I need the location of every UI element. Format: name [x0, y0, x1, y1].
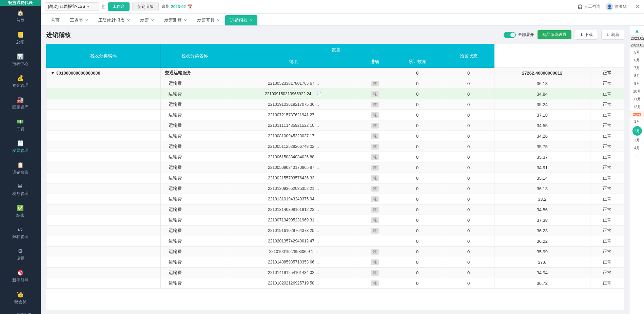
- th-qty-group: 数量: [229, 44, 443, 56]
- tab-salary-stats[interactable]: 工资统计报表 ✕: [94, 15, 135, 25]
- table-row[interactable]: 运输费 221011111435921522 10 ... 吨 0 0 34.5…: [46, 120, 624, 131]
- switch-version-button[interactable]: 切到旧版: [132, 2, 159, 11]
- td-name: 运输费: [160, 204, 229, 215]
- workbench-button[interactable]: 工作台: [108, 2, 130, 11]
- customer-service[interactable]: 🎧 人工咨询: [578, 4, 600, 9]
- table-row[interactable]: 运输费 221014085935710353 66 ... 吨 0 0 37.6…: [46, 257, 624, 268]
- table-row[interactable]: 运输费 221007215737621941 27 ... 吨 0 0 37.1…: [46, 110, 624, 120]
- td-tag: 吨: [358, 204, 392, 215]
- table-row[interactable]: 运输费 221019103619217075 36 ... 吨 0 0 35.2…: [46, 99, 624, 110]
- copy-icon[interactable]: ⎘: [102, 4, 105, 10]
- sidebar-item-archive[interactable]: 🗂 归档管理: [0, 222, 41, 244]
- table-row[interactable]: 运输费 221013093652085352 21 ... 吨 0 0 36.1…: [46, 183, 624, 194]
- td-name: 运输费: [160, 257, 229, 268]
- tab-close-invoice[interactable]: ✕: [151, 18, 154, 23]
- invoice-icon: 🧾: [17, 140, 24, 146]
- table-row[interactable]: 运输费 221007134905231969 31 ... 吨 0 0 37.3…: [46, 215, 624, 225]
- table-row[interactable]: 运输费 221002155703576436 33 ... 吨 0 0 35.1…: [46, 173, 624, 183]
- sidebar-item-invoice-mgmt[interactable]: 🧾 发票管理: [0, 136, 41, 158]
- table-row[interactable]: 运输费 221009150313965922 24 ... 📄 吨 0 0 34…: [46, 89, 624, 99]
- panel-year-2023[interactable]: 2023: [630, 111, 644, 117]
- tab-invoice-calc[interactable]: 发票测算 ✕: [159, 15, 192, 25]
- panel-month-4[interactable]: 4月: [630, 144, 644, 152]
- calendar-icon[interactable]: 📅: [187, 4, 192, 9]
- expand-toggle-label[interactable]: 全部展开: [504, 32, 534, 38]
- table-row[interactable]: 运输费 221013140308161912 23 ... 吨 0 0 34.5…: [46, 204, 624, 215]
- panel-month-6[interactable]: 6月: [630, 57, 644, 64]
- table-row[interactable]: 运输费 221013101943240375 94 ... 吨 0 0 33.2…: [46, 194, 624, 204]
- table-row[interactable]: 运输费 221014191254101434 02 ... 吨 0 0 34.9…: [46, 268, 624, 278]
- table-row[interactable]: 运输费 221019161029764373 25 ... 吨 0 0 36.2…: [46, 225, 624, 236]
- download-button[interactable]: ⬇ 下载: [575, 30, 598, 40]
- sidebar-item-home[interactable]: 🏠 首页: [0, 6, 41, 27]
- td-name: 运输费: [160, 162, 229, 173]
- table-row[interactable]: 运输费 221008100945323037 17 ... 吨 0 0 34.2…: [46, 131, 624, 141]
- period-display: 账期 2023-02 📅: [161, 4, 192, 9]
- panel-month-10[interactable]: 10月: [630, 88, 644, 95]
- sidebar-item-purchase-sale[interactable]: 📋 进销台账: [0, 158, 41, 179]
- tab-close-salary[interactable]: ✕: [85, 18, 88, 23]
- td-tag: 吨: [358, 110, 392, 120]
- panel-month-9[interactable]: 9月: [630, 80, 644, 87]
- td-cumulative: 34.94: [494, 268, 590, 278]
- tab-invoice[interactable]: 发票 ✕: [135, 15, 159, 25]
- tab-home[interactable]: 首页: [46, 15, 64, 25]
- tab-reconcile[interactable]: 进销稽核 ✕: [225, 15, 257, 25]
- sidebar-item-guide[interactable]: 🎯 新手引导: [0, 266, 41, 287]
- sidebar-unpin[interactable]: ◀◀ 取消固定: [0, 309, 41, 314]
- table-row[interactable]: 运输费 221018202126925719 58 ... 吨 0 0 36.7…: [46, 278, 624, 289]
- expand-toggle[interactable]: [504, 32, 516, 38]
- salary-icon: 💵: [17, 118, 24, 125]
- td-purchase: 0: [443, 110, 494, 120]
- td-code2: 221005233817801765 67 ...: [229, 78, 358, 89]
- company-selector[interactable]: (勿动) 江西报宝-LSS ▼: [45, 2, 99, 11]
- td-sale: 0: [392, 257, 443, 268]
- td-sale: 0: [392, 99, 443, 110]
- content: 进销稽核 全部展开 商品编码设置 ⬇ 下载 ↻ 刷新: [41, 26, 644, 314]
- table-row[interactable]: 运输费 221020135742940012 47 ... 0 0 36.22 …: [46, 236, 624, 247]
- table-row[interactable]: 运输费 221005090343170865 87 ... 吨 0 0 34.9…: [46, 162, 624, 173]
- sidebar-item-salary[interactable]: 💵 工资: [0, 114, 41, 136]
- panel-month-12[interactable]: 12月: [630, 103, 644, 111]
- app-logo: 畅捷通易代账: [0, 0, 41, 6]
- sidebar-item-settings[interactable]: ⚙ 设置: [0, 244, 41, 266]
- tab-close-reconcile[interactable]: ✕: [250, 18, 253, 23]
- panel-month-3[interactable]: 3月: [630, 137, 644, 144]
- sidebar-item-reports[interactable]: 📊 报表中心: [0, 49, 41, 71]
- table-row[interactable]: ▼ 301000000000000000 交通运输服务 0 0 27262.40…: [46, 68, 624, 78]
- panel-up-arrow[interactable]: ▲: [634, 27, 641, 35]
- ledger-icon: 📒: [17, 32, 24, 38]
- panel-month-8[interactable]: 8月: [630, 72, 644, 79]
- td-cumulative: 34.26: [494, 131, 590, 141]
- user-menu[interactable]: 👤 徐澄华: [606, 3, 627, 11]
- panel-month-1[interactable]: 1月: [630, 118, 644, 125]
- sidebar-item-capital[interactable]: 💰 资金管理: [0, 71, 41, 93]
- sidebar-item-settlement[interactable]: ✅ 结账: [0, 201, 41, 222]
- td-code: [46, 257, 161, 268]
- panel-month-7[interactable]: 7月: [630, 64, 644, 72]
- table-row[interactable]: 运输费 221005233817801765 67 ... 吨 0 0 36.1…: [46, 78, 624, 89]
- table-row[interactable]: 运输费 221010019278983869 1 ... 吨 0 0 35.99…: [46, 247, 624, 257]
- tab-salary[interactable]: 工资表 ✕: [65, 15, 93, 25]
- refresh-button[interactable]: ↻ 刷新: [601, 30, 624, 40]
- page-header: 进销稽核 全部展开 商品编码设置 ⬇ 下载 ↻ 刷新: [46, 30, 624, 40]
- panel-month-11[interactable]: 11月: [630, 96, 644, 103]
- table-row[interactable]: 运输费 221005112528266748 02 ... 吨 0 0 35.7…: [46, 141, 624, 152]
- sidebar-item-tax-mgmt[interactable]: 🏛 税务管理: [0, 179, 41, 201]
- settings-button[interactable]: 商品编码设置: [538, 30, 571, 39]
- tab-close-invoice-open[interactable]: ✕: [217, 18, 220, 23]
- tab-close-invoice-calc[interactable]: ✕: [184, 18, 187, 23]
- sidebar-item-member[interactable]: 👑 畅会员: [0, 287, 41, 309]
- close-button[interactable]: ✕: [635, 3, 640, 11]
- td-status: 正常: [590, 131, 624, 141]
- table-row[interactable]: 运输费 221006150834034026 88 ... 吨 0 0 35.3…: [46, 152, 624, 162]
- td-tag: 吨: [358, 173, 392, 183]
- sidebar-item-ledger[interactable]: 📒 总账: [0, 27, 41, 49]
- tab-close-salary-stats[interactable]: ✕: [127, 18, 130, 23]
- panel-month-5[interactable]: 5月: [630, 49, 644, 56]
- panel-month-2[interactable]: 2月: [632, 126, 642, 136]
- td-status: 正常: [590, 183, 624, 194]
- th-cumulative: 累计数额: [392, 56, 443, 68]
- tab-invoice-open[interactable]: 发票开具 ✕: [192, 15, 225, 25]
- sidebar-item-assets[interactable]: 🏭 固定资产: [0, 93, 41, 114]
